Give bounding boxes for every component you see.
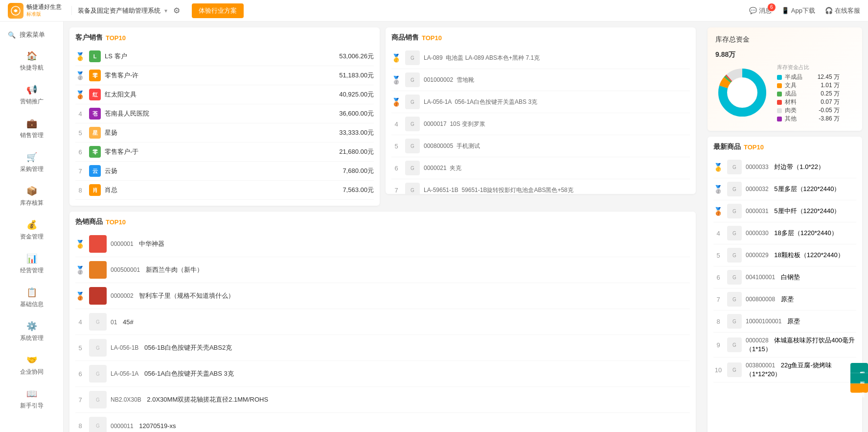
sidebar-icon-0: 🏠 [26,50,38,62]
product-code: LA-59651-1B 59651-1B旋转投影灯电池盒ABS黑色+58克 [424,186,690,194]
sidebar-item-3[interactable]: 🛒采购管理 [0,145,63,179]
customer-amount: 33,333.00元 [339,128,374,137]
service-button[interactable]: 🎧 在线客服 [825,6,860,15]
logo-name: 畅捷通好生意 [26,3,62,11]
sidebar-item-6[interactable]: 📊经营管理 [0,247,63,281]
customer-name: 红太阳文具 [105,90,335,99]
rank-number: 5 [713,252,723,259]
product-info: LA-089 电池盖 LA-089 ABS本色+黑种 7.1克 [424,54,690,62]
hot-product-info: LA-056-1A 056-1A白色按键开关盖ABS 3克 [111,369,690,378]
sidebar-label-0: 快捷导航 [20,64,44,72]
stock-title: 库存总资金 [715,35,854,44]
system-selector[interactable]: 装备及固定资产辅助管理系统 ▾ ⚙ [71,6,186,15]
hot-product-code: LA-056-1A [111,370,138,377]
product-rank-item: 🥈 G 001000002 雪地靴 [391,69,690,91]
product-info: 0000021 夹克 [424,164,690,172]
legend-dot [777,83,782,88]
new-product-name: 18颗粒板（1220*2440） [774,251,844,259]
customer-name: LS 客户 [105,52,335,61]
sidebar-item-1[interactable]: 📢营销推广 [0,78,63,112]
float-btn-service[interactable]: 客服热线 [850,363,868,373]
hot-product-item: 8 G 0000011 12070519-xs [75,413,690,432]
sidebar-label-7: 基础信息 [20,300,44,309]
customer-amount: 53,006.26元 [339,52,374,61]
sidebar-label-3: 采购管理 [20,165,44,173]
content-area: 客户销售 TOP10 🥇 L LS 客户 53,006.26元 🥈 零 零售客户… [64,22,868,432]
new-product-info: 0000028 体城嘉枝味苏打饮品400毫升（1*15） [746,336,856,354]
message-button[interactable]: 💬 消息 6 [749,6,772,15]
new-product-img: G [727,160,742,174]
medal-icon: 🥉 [391,97,401,107]
sidebar-item-9[interactable]: 🤝企业协同 [0,348,63,382]
legend-item: 半成品 12.45 万 [777,73,840,81]
new-product-info: 0000030 18多层（1220*2440） [746,229,856,238]
new-product-info: 0000033 封边带（1.0*22） [746,163,856,171]
rank-number: 8 [75,187,85,194]
customer-rank-item: 🥇 L LS 客户 53,006.26元 [75,47,374,66]
hot-product-code: NB2.0X30B [111,396,141,403]
sidebar: 🔍 搜索菜单 🏠快捷导航📢营销推广💼销售管理🛒采购管理📦库存核算💰资金管理📊经营… [0,22,64,432]
sidebar-item-4[interactable]: 📦库存核算 [0,179,63,213]
rank-number: 6 [391,165,401,172]
customer-amount: 21,680.00元 [339,147,374,156]
float-buttons: 客服热线 服务社区 直播 [850,363,868,393]
hot-product-info: LA-056-1B 056-1B白色按键开关壳ABS2克 [111,343,690,352]
product-img: G [405,183,420,194]
product-rank-item: 🥉 G LA-056-1A 056-1A白色按键开关盖ABS 3克 [391,91,690,113]
legend-name: 成品 [785,90,802,98]
new-product-code: 004100001 [746,274,775,281]
product-img: G [405,117,420,131]
sidebar-label-1: 营销推广 [20,97,44,106]
new-product-name: 5厘多层（1220*2440） [774,185,840,192]
product-code: LA-056-1A 056-1A白色按键开关盖ABS 3克 [424,98,690,106]
sidebar-item-0[interactable]: 🏠快捷导航 [0,44,63,78]
medal-icon: 🥇 [391,53,401,63]
legend-value: 1.01 万 [805,81,840,90]
float-btn-community[interactable]: 服务社区 [850,373,868,384]
product-rank-item: 🥇 G LA-089 电池盖 LA-089 ABS本色+黑种 7.1克 [391,47,690,69]
sidebar-item-2[interactable]: 💼销售管理 [0,112,63,145]
customer-avatar: 苍 [89,108,101,120]
hot-product-img-placeholder: G [89,391,107,408]
sidebar-label-5: 资金管理 [20,233,44,241]
product-info: 000800005 手机测试 [424,142,690,150]
legend-value: -0.05 万 [805,106,840,115]
medal-icon: 🥇 [75,52,85,61]
message-icon: 💬 [749,7,757,14]
sidebar-item-7[interactable]: 📋基础信息 [0,281,63,314]
new-product-img: G [727,226,742,240]
legend-dot [777,75,782,80]
new-product-item: 🥇 G 0000033 封边带（1.0*22） [713,156,856,178]
logo-icon [8,3,23,19]
new-product-info: 000800008 原垄 [746,295,856,304]
trial-button[interactable]: 体验行业方案 [192,3,244,18]
customer-name: 苍南县人民医院 [105,109,335,118]
search-menu-item[interactable]: 🔍 搜索菜单 [0,25,63,44]
stock-subtitle: 库存资金占比 [777,64,840,71]
app-label: App下载 [791,6,815,15]
medal-icon: 🥉 [713,207,723,216]
new-product-item: 4 G 0000030 18多层（1220*2440） [713,222,856,244]
sidebar-icon-9: 🤝 [26,354,38,366]
sidebar-item-8[interactable]: ⚙️系统管理 [0,314,63,348]
new-product-img: G [727,248,742,263]
new-product-code: 10000100001 [746,318,781,325]
medal-icon: 🥈 [391,75,401,85]
app-download-button[interactable]: 📱 App下载 [781,6,815,15]
logo-text-block: 畅捷通好生意 标准版 [26,3,62,18]
hot-product-img-placeholder: G [89,365,107,383]
new-product-item: 🥉 G 0000031 5厘中纤（1220*2440） [713,200,856,222]
new-product-code: 0000033 [746,164,769,170]
new-product-name: 5厘中纤（1220*2440） [774,207,840,215]
gear-button[interactable]: ⚙ [173,6,180,15]
rank-number: 6 [713,274,723,281]
sidebar-item-5[interactable]: 💰资金管理 [0,213,63,247]
legend-name: 文具 [785,81,802,90]
legend-dot [777,108,782,113]
rank-number: 9 [713,341,723,349]
stock-card: 库存总资金 9.88万 [708,27,862,131]
hot-product-code: 0000011 [111,423,134,430]
sidebar-item-10[interactable]: 📖新手引导 [0,382,63,416]
float-btn-live[interactable]: 直播 [850,384,868,393]
product-code: LA-089 电池盖 LA-089 ABS本色+黑种 7.1克 [424,54,690,62]
